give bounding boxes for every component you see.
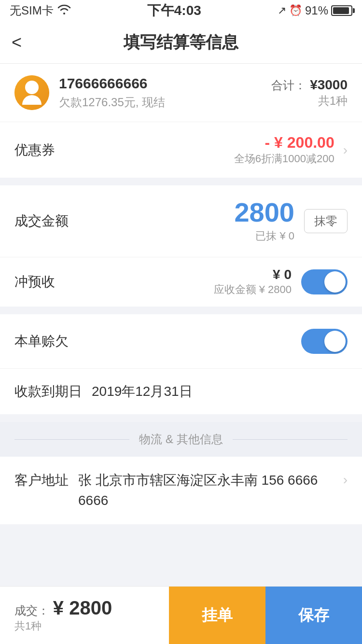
total-label: 合计： bbox=[271, 79, 306, 92]
battery-percent: 91% bbox=[305, 4, 328, 17]
location-icon: ↗ bbox=[278, 4, 286, 17]
prepay-sub: 应收金额 ¥ 2800 bbox=[214, 282, 292, 297]
avatar bbox=[14, 75, 49, 110]
logistics-divider: 物流 & 其他信息 bbox=[0, 422, 362, 457]
customer-total: 合计： ¥3000 共1种 bbox=[271, 77, 348, 109]
hang-order-button[interactable]: 挂单 bbox=[169, 587, 265, 644]
amount-sub: 已抹 ¥ 0 bbox=[234, 229, 294, 243]
status-right: ↗ ⏰ 91% bbox=[278, 4, 352, 17]
duedate-label: 收款到期日 bbox=[14, 382, 82, 401]
amount-value: 2800 bbox=[234, 199, 294, 226]
debt-label: 本单赊欠 bbox=[14, 332, 69, 350]
duedate-value: 2019年12月31日 bbox=[92, 382, 193, 401]
status-bar: 无SIM卡 下午4:03 ↗ ⏰ 91% bbox=[0, 0, 362, 21]
alarm-icon: ⏰ bbox=[289, 4, 302, 17]
coupon-desc: 全场6折满1000减200 bbox=[234, 152, 334, 166]
battery-icon bbox=[331, 5, 352, 16]
customer-phone: 17666666666 bbox=[59, 75, 165, 92]
debt-toggle[interactable] bbox=[301, 329, 348, 354]
time-display: 下午4:03 bbox=[147, 1, 201, 20]
coupon-label: 优惠券 bbox=[14, 141, 55, 159]
total-count: 共1种 bbox=[271, 93, 348, 109]
coupon-row[interactable]: 优惠券 - ¥ 200.00 全场6折满1000减200 › bbox=[0, 122, 362, 178]
coupon-discount: - ¥ 200.00 bbox=[234, 134, 334, 152]
save-button[interactable]: 保存 bbox=[265, 587, 362, 644]
back-button[interactable]: < bbox=[12, 32, 22, 53]
total-value: ¥3000 bbox=[310, 77, 348, 92]
divider-line-left bbox=[14, 439, 129, 440]
prepay-label: 冲预收 bbox=[14, 273, 55, 291]
duedate-row: 收款到期日 2019年12月31日 bbox=[0, 368, 362, 414]
address-chevron-icon: › bbox=[343, 472, 348, 488]
customer-left: 17666666666 欠款1276.35元, 现结 bbox=[14, 75, 165, 110]
chevron-right-icon: › bbox=[343, 142, 348, 158]
wifi-icon bbox=[57, 4, 71, 17]
debt-row: 本单赊欠 bbox=[0, 314, 362, 368]
status-left: 无SIM卡 bbox=[10, 3, 71, 18]
amount-label: 成交金额 bbox=[14, 212, 69, 230]
footer-amount: ¥ 2800 bbox=[53, 597, 112, 618]
customer-info: 17666666666 欠款1276.35元, 现结 bbox=[59, 75, 165, 110]
toggle-knob bbox=[324, 271, 346, 293]
page-title: 填写结算等信息 bbox=[124, 31, 238, 54]
prepay-toggle[interactable] bbox=[301, 269, 348, 294]
address-label: 客户地址 bbox=[14, 471, 69, 490]
footer-count: 共1种 bbox=[14, 619, 154, 633]
amount-row: 成交金额 2800 已抹 ¥ 0 抹零 bbox=[0, 185, 362, 257]
carrier-text: 无SIM卡 bbox=[10, 3, 54, 18]
nav-bar: < 填写结算等信息 bbox=[0, 21, 362, 64]
round-zero-button[interactable]: 抹零 bbox=[304, 209, 348, 233]
debt-toggle-knob bbox=[324, 331, 346, 352]
amount-section: 成交金额 2800 已抹 ¥ 0 抹零 冲预收 ¥ 0 应收金额 ¥ 2800 bbox=[0, 185, 362, 307]
total-label-value: 合计： ¥3000 bbox=[271, 77, 348, 93]
divider-text: 物流 & 其他信息 bbox=[139, 432, 223, 447]
address-section: 客户地址 张 北京市市辖区海淀区永丰南 156 6666 6666 › bbox=[0, 457, 362, 524]
prepay-value: ¥ 0 bbox=[214, 267, 292, 282]
footer-deal-label: 成交： bbox=[14, 604, 49, 617]
customer-desc: 欠款1276.35元, 现结 bbox=[59, 95, 165, 110]
coupon-right: - ¥ 200.00 全场6折满1000减200 › bbox=[234, 134, 348, 166]
footer-bar: 成交： ¥ 2800 共1种 挂单 保存 bbox=[0, 586, 362, 644]
address-row[interactable]: 客户地址 张 北京市市辖区海淀区永丰南 156 6666 6666 › bbox=[0, 457, 362, 524]
debt-section: 本单赊欠 收款到期日 2019年12月31日 bbox=[0, 314, 362, 414]
divider-line-right bbox=[233, 439, 348, 440]
footer-deal-row: 成交： ¥ 2800 bbox=[14, 597, 154, 619]
customer-row: 17666666666 欠款1276.35元, 现结 合计： ¥3000 共1种 bbox=[0, 64, 362, 122]
address-value: 张 北京市市辖区海淀区永丰南 156 6666 6666 bbox=[78, 470, 338, 511]
prepay-right: ¥ 0 应收金额 ¥ 2800 bbox=[214, 267, 348, 297]
amount-right: 2800 已抹 ¥ 0 抹零 bbox=[234, 199, 348, 243]
prepay-amount: ¥ 0 应收金额 ¥ 2800 bbox=[214, 267, 292, 297]
footer-summary: 成交： ¥ 2800 共1种 bbox=[0, 597, 169, 633]
customer-section: 17666666666 欠款1276.35元, 现结 合计： ¥3000 共1种… bbox=[0, 64, 362, 178]
prepay-row: 冲预收 ¥ 0 应收金额 ¥ 2800 bbox=[0, 257, 362, 307]
